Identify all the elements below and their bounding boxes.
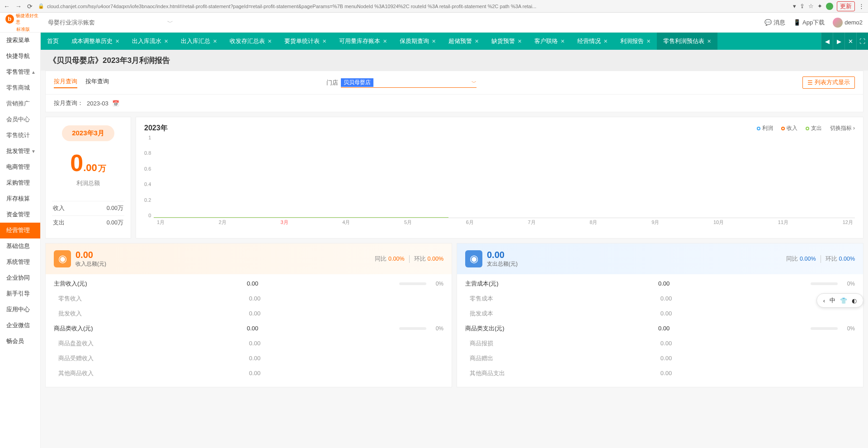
shirt-icon[interactable]: 👕 <box>840 297 847 304</box>
sidebar-item[interactable]: 采购管理 <box>0 175 40 191</box>
share-icon[interactable]: ⇪ <box>800 3 805 10</box>
close-icon[interactable]: ✕ <box>432 38 436 44</box>
nav-forward-icon[interactable]: → <box>15 3 22 10</box>
sidebar-item[interactable]: 基础信息 <box>0 238 40 254</box>
close-icon[interactable]: ✕ <box>115 38 119 44</box>
close-icon[interactable]: ✕ <box>646 38 651 44</box>
close-icon[interactable]: ✕ <box>707 38 711 44</box>
detail-row: 批发成本0.00 <box>465 306 855 321</box>
float-collapse-icon[interactable]: ‹ <box>823 297 825 304</box>
switch-indicator-button[interactable]: 切换指标 › <box>830 124 855 132</box>
x-tick: 9月 <box>651 219 659 226</box>
x-tick: 11月 <box>778 219 788 226</box>
nav-reload-icon[interactable]: ⟳ <box>27 3 33 10</box>
puzzle-icon[interactable]: ✦ <box>817 3 822 10</box>
tabs-prev-button[interactable]: ◀ <box>821 33 833 50</box>
tabs-next-button[interactable]: ▶ <box>833 33 844 50</box>
tabs-close-button[interactable]: ✕ <box>844 33 856 50</box>
month-pill: 2023年3月 <box>62 125 114 141</box>
legend-income[interactable]: 收入 <box>781 124 797 132</box>
sidebar-item[interactable]: 应用中心 <box>0 302 40 318</box>
store-tag: 贝贝母婴店 <box>341 78 373 87</box>
user-menu[interactable]: demo2 <box>833 18 863 28</box>
sidebar-item[interactable]: 资金管理 <box>0 207 40 223</box>
tab[interactable]: 经营情况✕ <box>571 33 614 50</box>
message-button[interactable]: 💬消息 <box>764 19 785 27</box>
list-view-button[interactable]: ☰ 列表方式显示 <box>802 76 855 89</box>
sidebar-item[interactable]: 批发管理▼ <box>0 143 40 159</box>
tab[interactable]: 出入库流水✕ <box>126 33 175 50</box>
detail-row: 零售收入0.00 <box>54 291 443 306</box>
tab[interactable]: 要货单统计表✕ <box>278 33 333 50</box>
income-icon: ◉ <box>54 250 71 267</box>
nav-back-icon[interactable]: ← <box>4 3 10 10</box>
robot-icon[interactable]: ◐ <box>852 297 857 304</box>
sidebar-item[interactable]: 企业微信 <box>0 318 40 334</box>
calendar-icon[interactable]: 📅 <box>112 100 119 107</box>
query-tab-month[interactable]: 按月查询 <box>54 77 77 88</box>
legend-profit[interactable]: 利润 <box>757 124 773 132</box>
close-icon[interactable]: ✕ <box>561 38 565 44</box>
logo[interactable]: b畅捷通好生意 标准版 <box>5 13 41 33</box>
tab[interactable]: 客户联络✕ <box>528 33 571 50</box>
close-icon[interactable]: ✕ <box>268 38 272 44</box>
float-toolbar[interactable]: ‹ 中 👕 ◐ <box>816 293 863 308</box>
sidebar-item[interactable]: 系统管理 <box>0 254 40 270</box>
detail-row: 商品受赠收入0.00 <box>54 351 443 366</box>
query-tab-year[interactable]: 按年查询 <box>85 77 109 88</box>
detail-row: 主营收入(元)0.000% <box>54 276 443 291</box>
close-icon[interactable]: ✕ <box>164 38 168 44</box>
sidebar-item[interactable]: 畅会员 <box>0 334 40 349</box>
detail-row: 主营成本(元)0.000% <box>465 276 855 291</box>
tab[interactable]: 利润报告✕ <box>614 33 657 50</box>
close-icon[interactable]: ✕ <box>518 38 522 44</box>
ext-icon[interactable]: ▾ <box>793 3 796 10</box>
tab[interactable]: 可用量库存账本✕ <box>333 33 393 50</box>
download-button[interactable]: 📱App下载 <box>793 19 825 27</box>
sidebar-item[interactable]: 新手引导 <box>0 286 40 302</box>
lock-icon: 🔒 <box>38 3 44 9</box>
sidebar-item[interactable]: 零售管理▲ <box>0 64 40 80</box>
tab[interactable]: 收发存汇总表✕ <box>223 33 278 50</box>
legend-expense[interactable]: 支出 <box>806 124 822 132</box>
update-button[interactable]: 更新 <box>837 1 855 11</box>
x-tick: 2月 <box>219 219 226 226</box>
sidebar-item[interactable]: 快捷导航 <box>0 48 40 64</box>
sidebar-item[interactable]: 电商管理 <box>0 159 40 175</box>
url-bar[interactable]: cloud.chanjet.com/hsy/u4oor74daqxn/iofe3… <box>47 4 793 9</box>
menu-icon[interactable]: ⋮ <box>859 3 864 10</box>
close-icon[interactable]: ✕ <box>604 38 608 44</box>
tab[interactable]: 出入库汇总✕ <box>175 33 223 50</box>
star-icon[interactable]: ☆ <box>808 3 814 10</box>
sidebar-item[interactable]: 零售统计 <box>0 128 40 143</box>
phone-icon: 📱 <box>793 19 801 26</box>
account-select[interactable]: 母婴行业演示账套 ﹀ <box>48 19 173 27</box>
tab[interactable]: 零售利润预估表✕ <box>657 33 717 50</box>
sidebar-item[interactable]: 库存核算 <box>0 191 40 207</box>
tab[interactable]: 缺货预警✕ <box>485 33 528 50</box>
close-icon[interactable]: ✕ <box>475 38 479 44</box>
detail-row: 批发收入0.00 <box>54 306 443 321</box>
sidebar-item[interactable]: 会员中心 <box>0 112 40 128</box>
close-icon[interactable]: ✕ <box>383 38 387 44</box>
filter-card: 按月查询 按年查询 门店 贝贝母婴店 ﹀ ☰ 列表方式显示 按月查询： 202 <box>45 71 863 112</box>
tabs-expand-button[interactable]: ⛶ <box>856 33 868 50</box>
month-query-value[interactable]: 2023-03 <box>87 100 108 107</box>
tab[interactable]: 首页 <box>41 33 65 50</box>
sidebar-item[interactable]: 营销推广 <box>0 96 40 112</box>
close-icon[interactable]: ✕ <box>213 38 217 44</box>
sidebar-item[interactable]: 企业协同 <box>0 270 40 286</box>
store-select[interactable]: 门店 贝贝母婴店 ﹀ <box>326 78 476 88</box>
tab[interactable]: 超储预警✕ <box>442 33 485 50</box>
lang-button[interactable]: 中 <box>830 296 835 305</box>
income-mom: 环比0.00% <box>414 255 443 263</box>
tab[interactable]: 保质期查询✕ <box>393 33 442 50</box>
tab[interactable]: 成本调整单历史✕ <box>65 33 126 50</box>
sidebar-item[interactable]: 搜索菜单 <box>0 33 40 48</box>
x-tick: 3月 <box>281 219 288 226</box>
sidebar-item[interactable]: 经营管理 <box>0 223 40 238</box>
sidebar-item[interactable]: 零售商城 <box>0 80 40 96</box>
profile-icon[interactable] <box>826 3 833 10</box>
close-icon[interactable]: ✕ <box>322 38 326 44</box>
tabs-bar: 首页成本调整单历史✕出入库流水✕出入库汇总✕收发存汇总表✕要货单统计表✕可用量库… <box>41 33 868 50</box>
